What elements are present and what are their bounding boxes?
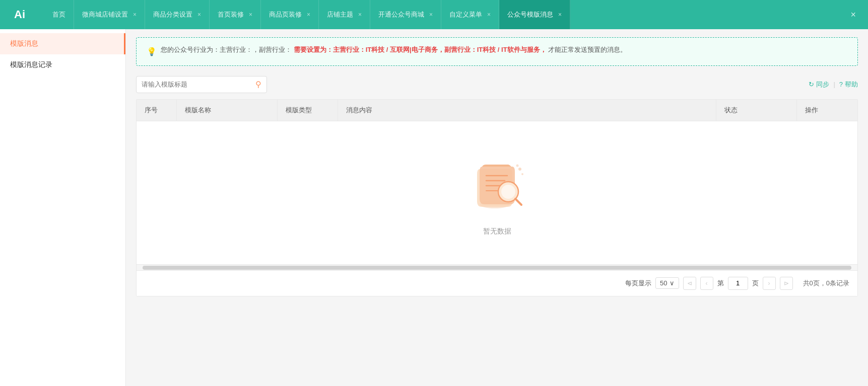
th-type: 模版类型 (278, 100, 338, 121)
horizontal-scrollbar[interactable] (137, 264, 857, 270)
page-size-select[interactable]: 50 ∨ (655, 277, 679, 289)
search-input-wrap[interactable]: ⚲ (136, 76, 267, 93)
sync-label: 同步 (816, 80, 829, 89)
table-header: 序号 模版名称 模版类型 消息内容 状态 操作 (137, 100, 857, 121)
svg-line-7 (515, 199, 521, 205)
empty-state: 暂无数据 (137, 121, 857, 264)
alert-text-suffix: 才能正常发送预置的消息。 (548, 46, 627, 53)
svg-point-6 (501, 185, 515, 199)
th-index: 序号 (137, 100, 177, 121)
th-name: 模版名称 (177, 100, 278, 121)
nav-tab-template-msg-close[interactable]: × (558, 11, 562, 18)
nav-tab-menu-label: 自定义菜单 (449, 10, 482, 19)
page-number-input[interactable] (728, 277, 748, 290)
svg-point-10 (516, 164, 518, 167)
pagination-prev-button[interactable]: ‹ (700, 277, 713, 290)
nav-tab-menu-close[interactable]: × (487, 11, 491, 18)
empty-illustration (467, 151, 527, 217)
nav-close-all-button[interactable]: × (842, 10, 864, 20)
nav-tab-mall[interactable]: 开通公众号商城 × (370, 0, 441, 29)
pagination-last-button[interactable]: ⊳ (780, 277, 793, 290)
data-table: 序号 模版名称 模版类型 消息内容 状态 操作 (136, 99, 858, 296)
app-logo: Ai (4, 0, 44, 29)
sidebar-item-template-msg-label: 模版消息 (10, 39, 38, 47)
nav-tab-home-decor-close[interactable]: × (249, 11, 252, 18)
nav-tab-theme[interactable]: 店铺主题 × (319, 0, 370, 29)
nav-tab-category-label: 商品分类设置 (153, 10, 192, 19)
nav-tab-shop-setting-label: 微商城店铺设置 (82, 10, 128, 19)
alert-text-highlight: 需要设置为：主营行业：IT科技 / 互联网|电子商务，副营行业：IT科技 / I… (294, 46, 547, 53)
th-content: 消息内容 (338, 100, 716, 121)
main-container: 模版消息 模版消息记录 💡 您的公众号行业为：主营行业：，副营行业： 需要设置为… (0, 29, 868, 386)
sync-icon: ↻ (809, 81, 814, 88)
help-icon: ? (839, 81, 843, 88)
nav-tab-product-decor-close[interactable]: × (307, 11, 310, 18)
page-size-label: 每页显示 (625, 279, 651, 288)
help-button[interactable]: ? 帮助 (839, 80, 858, 89)
nav-tab-shop-setting[interactable]: 微商城店铺设置 × (74, 0, 145, 29)
content-area: 💡 您的公众号行业为：主营行业：，副营行业： 需要设置为：主营行业：IT科技 /… (126, 29, 868, 386)
alert-box: 💡 您的公众号行业为：主营行业：，副营行业： 需要设置为：主营行业：IT科技 /… (136, 37, 858, 66)
sidebar: 模版消息 模版消息记录 (0, 29, 126, 386)
alert-text: 您的公众号行业为：主营行业：，副营行业： 需要设置为：主营行业：IT科技 / 互… (161, 45, 627, 55)
nav-tab-theme-close[interactable]: × (358, 11, 362, 18)
toolbar-right: ↻ 同步 | ? 帮助 (809, 80, 858, 89)
toolbar-divider: | (833, 81, 835, 88)
nav-tab-product-decor-label: 商品页装修 (269, 10, 302, 19)
nav-tab-theme-label: 店铺主题 (327, 10, 353, 19)
nav-tab-home-decor[interactable]: 首页装修 × (210, 0, 261, 29)
pagination-summary: 共0页，0条记录 (803, 279, 849, 288)
pagination: 每页显示 50 ∨ ⊲ ‹ 第 页 › ⊳ 共0页，0条记录 (137, 270, 857, 296)
nav-tab-shop-setting-close[interactable]: × (133, 11, 137, 18)
search-input[interactable] (142, 81, 252, 88)
nav-tab-template-msg[interactable]: 公众号模版消息 × (499, 0, 570, 29)
nav-tab-home-decor-label: 首页装修 (218, 10, 244, 19)
svg-point-8 (518, 168, 521, 171)
page-size-chevron: ∨ (670, 279, 675, 287)
nav-tab-menu[interactable]: 自定义菜单 × (441, 0, 499, 29)
nav-tab-template-msg-label: 公众号模版消息 (507, 10, 553, 19)
th-action: 操作 (797, 100, 857, 121)
page-size-value: 50 (660, 279, 667, 287)
nav-tab-home-label: 首页 (52, 10, 65, 19)
pagination-next-button[interactable]: › (763, 277, 776, 290)
th-status: 状态 (716, 100, 797, 121)
nav-tab-mall-close[interactable]: × (429, 11, 433, 18)
page-label: 页 (752, 279, 759, 288)
search-icon[interactable]: ⚲ (255, 80, 261, 89)
alert-text-prefix: 您的公众号行业为：主营行业：，副营行业： (161, 46, 292, 53)
empty-text: 暂无数据 (483, 227, 511, 236)
nav-tab-product-decor[interactable]: 商品页装修 × (261, 0, 319, 29)
search-bar: ⚲ ↻ 同步 | ? 帮助 (136, 76, 858, 93)
pagination-first-button[interactable]: ⊲ (683, 277, 696, 290)
sync-button[interactable]: ↻ 同步 (809, 80, 829, 89)
nav-tab-home[interactable]: 首页 (44, 0, 74, 29)
nav-tab-mall-label: 开通公众号商城 (378, 10, 424, 19)
sidebar-item-template-msg[interactable]: 模版消息 (0, 33, 125, 54)
nav-tab-category-close[interactable]: × (197, 11, 201, 18)
svg-point-9 (521, 173, 523, 175)
help-label: 帮助 (845, 80, 858, 89)
sidebar-item-template-msg-record[interactable]: 模版消息记录 (0, 54, 125, 75)
scrollbar-track (143, 266, 851, 270)
top-navigation: Ai 首页 微商城店铺设置 × 商品分类设置 × 首页装修 × 商品页装修 × … (0, 0, 868, 29)
nav-tab-category[interactable]: 商品分类设置 × (145, 0, 210, 29)
sidebar-item-template-msg-record-label: 模版消息记录 (10, 60, 52, 68)
alert-icon: 💡 (147, 45, 157, 58)
page-di-label: 第 (717, 279, 724, 288)
